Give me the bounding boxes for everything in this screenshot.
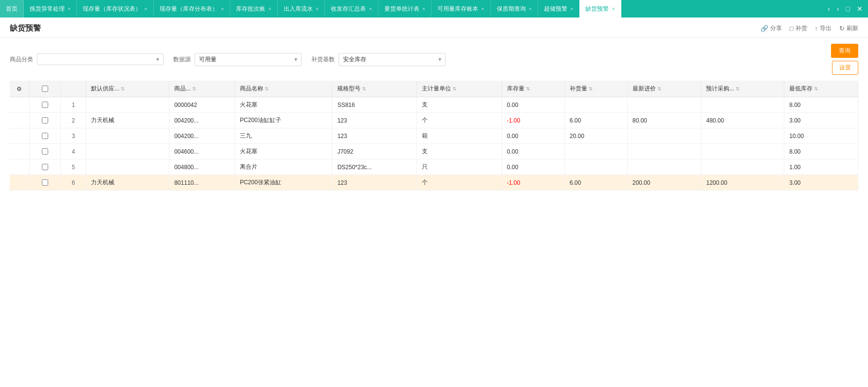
table-container: ⚙ 默认供应... ⇅ [0,81,868,191]
th-checkbox [29,81,60,97]
row-checkbox-1[interactable] [42,117,48,123]
th-gear[interactable]: ⚙ [10,81,29,97]
export-action[interactable]: ↑ 导出 [815,24,832,33]
table-row: 2 力天机械 004200... PC200油缸缸子 123 个 -1.00 6… [10,113,858,128]
replenish-basis-filter-group: 补货基数 安全库存 ▾ [311,53,446,66]
row-est-cell [701,97,784,113]
select-all-checkbox[interactable] [42,86,48,92]
row-unit-cell: 箱 [417,128,502,144]
category-arrow-icon: ▾ [156,56,159,63]
row-replenish-cell: 20.00 [564,128,627,144]
row-checkbox-4[interactable] [42,164,48,170]
th-product-name[interactable]: 商品名称 ⇅ [235,81,332,97]
row-num-cell: 3 [60,128,86,144]
row-stock-cell: 0.00 [502,97,564,113]
row-checkbox-0[interactable] [42,102,48,108]
tab-available-ledger[interactable]: 可用量库存账本 × [432,0,490,18]
replenish-icon: □ [790,25,794,32]
row-code-cell: 004800... [169,159,235,175]
tab-restore-button[interactable]: □ [844,4,852,14]
category-select[interactable]: ▾ [37,53,163,65]
sort-icon-stock: ⇅ [526,86,530,91]
close-tab-batch-ledger[interactable]: × [268,6,271,12]
th-spec[interactable]: 规格型号 ⇅ [332,81,417,97]
tab-overstock[interactable]: 超储预警 × [538,0,579,18]
th-unit[interactable]: 主计量单位 ⇅ [417,81,502,97]
row-code-cell: 004200... [169,128,235,144]
datasource-select[interactable]: 可用量 ▾ [195,53,302,66]
th-min-stock[interactable]: 最低库存 ⇅ [784,81,858,97]
gear-icon: ⚙ [17,86,22,92]
close-tab-shortage[interactable]: × [612,6,615,12]
close-tab-demand-stats[interactable]: × [422,6,425,12]
tab-inout-flow[interactable]: 出入库流水 × [278,0,325,18]
row-checkbox-2[interactable] [42,133,48,139]
close-tab-overstock[interactable]: × [570,6,573,12]
row-est-cell [701,159,784,175]
close-tab-inventory-dist[interactable]: × [221,6,224,12]
tab-shortage[interactable]: 缺货预警 × [579,0,621,18]
th-default-supplier[interactable]: 默认供应... ⇅ [86,81,169,97]
tab-expiry[interactable]: 保质期查询 × [491,0,538,18]
tab-demand-stats[interactable]: 要货单统计表 × [379,0,432,18]
row-stock-cell: 0.00 [502,159,564,175]
query-button[interactable]: 查询 [831,44,858,58]
row-checkbox-cell [29,144,60,159]
row-gear-cell [10,144,29,159]
share-icon: 🔗 [760,25,768,32]
close-tab-expiry[interactable]: × [529,6,532,12]
sort-icon-min: ⇅ [814,86,818,91]
close-tab-inventory-status[interactable]: × [144,6,147,12]
close-tab-exception[interactable]: × [68,6,71,12]
tab-inventory-dist[interactable]: 现存量（库存分布表） × [154,0,230,18]
tab-inventory-status[interactable]: 现存量（库存状况表） × [77,0,153,18]
row-minstock-cell: 8.00 [784,144,858,159]
tab-recv-summary[interactable]: 收发存汇总表 × [325,0,378,18]
refresh-action[interactable]: ↻ 刷新 [839,24,858,33]
th-est-purchase[interactable]: 预计采购... ⇅ [701,81,784,97]
row-unit-cell: 支 [417,144,502,159]
main-content: 缺货预警 🔗 分享 □ 补货 ↑ 导出 ↻ 刷新 商品分类 [0,18,868,387]
row-checkbox-3[interactable] [42,148,48,155]
row-price-cell: 200.00 [627,175,701,191]
tab-next-button[interactable]: › [834,4,842,14]
replenish-basis-select[interactable]: 安全库存 ▾ [339,53,446,66]
datasource-label: 数据源 [173,55,191,64]
sort-icon-est: ⇅ [736,86,740,91]
th-latest-price[interactable]: 最新进价 ⇅ [627,81,701,97]
settings-button[interactable]: 设置 [832,61,858,75]
replenish-action[interactable]: □ 补货 [790,24,807,33]
row-replenish-cell [564,159,627,175]
share-action[interactable]: 🔗 分享 [760,24,782,33]
filter-bar: 商品分类 ▾ 数据源 可用量 ▾ 补货基数 安全库存 ▾ 查询 设置 [0,38,868,81]
close-tab-recv-summary[interactable]: × [369,6,372,12]
row-checkbox-5[interactable] [42,179,48,186]
close-tab-available-ledger[interactable]: × [481,6,484,12]
tab-prev-button[interactable]: ‹ [825,4,832,14]
row-num-cell: 6 [60,175,86,191]
row-gear-cell [10,175,29,191]
th-stock-qty[interactable]: 库存量 ⇅ [502,81,564,97]
row-stock-cell: -1.00 [502,175,564,191]
row-spec-cell: J7092 [332,144,417,159]
tab-batch-ledger[interactable]: 库存批次账 × [230,0,277,18]
row-spec-cell: 123 [332,175,417,191]
th-product-code[interactable]: 商品... ⇅ [169,81,235,97]
row-stock-cell: -1.00 [502,113,564,128]
close-tab-inout-flow[interactable]: × [316,6,319,12]
row-unit-cell: 个 [417,113,502,128]
row-replenish-cell: 6.00 [564,175,627,191]
row-minstock-cell: 1.00 [784,159,858,175]
tab-close-all-button[interactable]: ✕ [854,4,865,14]
row-price-cell: 80.00 [627,113,701,128]
tab-exception[interactable]: 拣货异常处理 × [24,0,77,18]
tab-controls: ‹ › □ ✕ [822,4,868,14]
tab-home[interactable]: 首页 [0,0,24,18]
row-code-cell: 004200... [169,113,235,128]
tab-bar: 首页 拣货异常处理 × 现存量（库存状况表） × 现存量（库存分布表） × 库存… [0,0,868,18]
sort-icon-replenish: ⇅ [589,86,593,91]
th-replenish-qty[interactable]: 补货量 ⇅ [564,81,627,97]
row-name-cell: PC200油缸缸子 [235,113,332,128]
row-unit-cell: 支 [417,97,502,113]
row-gear-cell [10,128,29,144]
